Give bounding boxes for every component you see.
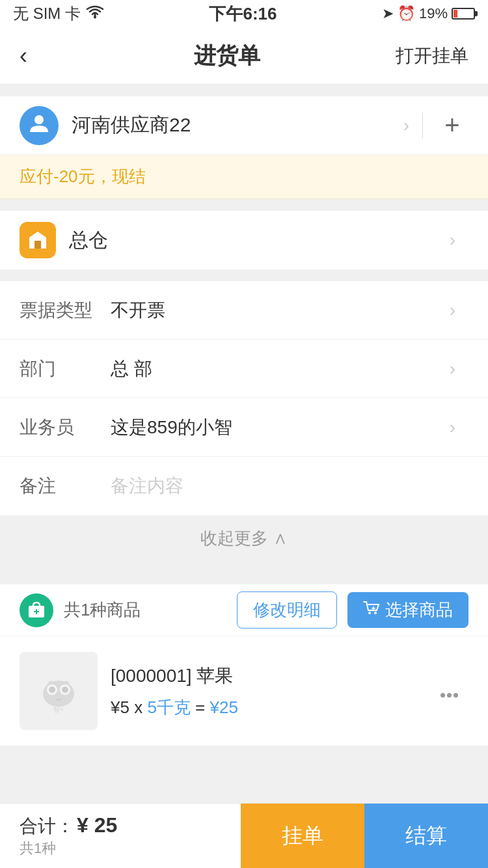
product-section: 共1种商品 修改明细 选择商品 [0, 584, 488, 746]
supplier-avatar [20, 106, 59, 145]
invoice-value: 不开票 [111, 298, 450, 323]
divider-1 [0, 85, 488, 96]
supplier-row[interactable]: 河南供应商22 › + [0, 96, 488, 155]
dept-label: 部门 [20, 357, 111, 381]
total-label: 合计： [20, 814, 74, 839]
product-header: 共1种商品 修改明细 选择商品 [0, 584, 488, 636]
salesman-row[interactable]: 业务员 这是859的小智 › [0, 398, 488, 457]
salesman-value: 这是859的小智 [111, 415, 450, 440]
form-section: 票据类型 不开票 › 部门 总 部 › 业务员 这是859的小智 › 备注 备注… [0, 281, 488, 515]
battery-icon [452, 8, 475, 20]
product-total: ¥25 [210, 698, 237, 717]
select-product-label: 选择商品 [385, 599, 453, 621]
total-amount: ¥ 25 [77, 813, 117, 837]
supplier-name: 河南供应商22 [72, 112, 403, 139]
product-more-button[interactable] [429, 680, 468, 702]
product-item: 智+ [0000001] 苹果 ¥5 x 5千克 = ¥25 [0, 636, 488, 746]
product-section-icon [20, 593, 53, 627]
modify-detail-button[interactable]: 修改明细 [237, 591, 337, 629]
location-icon: ➤ [382, 5, 394, 22]
svg-point-15 [62, 686, 68, 693]
total-section: 合计： ¥ 25 共1种 [0, 804, 241, 868]
pending-button[interactable]: 挂单 [241, 804, 364, 868]
salesman-chevron-icon: › [450, 417, 455, 438]
product-name: [0000001] 苹果 [111, 664, 429, 688]
back-button[interactable]: ‹ [20, 42, 59, 70]
bottom-bar: 合计： ¥ 25 共1种 挂单 结算 [0, 803, 488, 868]
carrier-text: 无 SIM 卡 [13, 3, 81, 24]
svg-text:智+: 智+ [53, 706, 64, 713]
cart-icon [363, 600, 380, 620]
avatar-icon [27, 111, 51, 139]
remark-row[interactable]: 备注 备注内容 [0, 457, 488, 515]
salesman-label: 业务员 [20, 415, 111, 440]
checkout-button[interactable]: 结算 [364, 804, 488, 868]
status-bar: 无 SIM 卡 下午6:16 ➤ ⏰ 19% [0, 0, 488, 27]
page-title: 进货单 [194, 41, 260, 71]
select-product-button[interactable]: 选择商品 [347, 592, 468, 628]
open-pending-button[interactable]: 打开挂单 [396, 44, 468, 68]
nav-bar: ‹ 进货单 打开挂单 [0, 27, 488, 85]
product-thumbnail: 智+ [20, 652, 98, 730]
warehouse-row[interactable]: 总仓 › [0, 211, 488, 269]
dept-chevron-icon: › [450, 359, 455, 379]
notice-bar: 应付-20元，现结 [0, 155, 488, 199]
supplier-section: 河南供应商22 › + 应付-20元，现结 [0, 96, 488, 199]
collapse-label: 收起更多 ∧ [200, 527, 287, 550]
wifi-icon [86, 5, 104, 23]
svg-point-1 [34, 115, 44, 124]
dept-row[interactable]: 部门 总 部 › [0, 340, 488, 398]
product-count-label: 共1种商品 [64, 599, 237, 621]
product-price: ¥5 x 5千克 = ¥25 [111, 696, 429, 719]
svg-point-11 [43, 681, 74, 707]
status-right: ➤ ⏰ 19% [382, 5, 475, 22]
supplier-chevron-icon: › [403, 115, 409, 136]
product-quantity: 5千克 [147, 698, 190, 717]
warehouse-name: 总仓 [69, 227, 450, 254]
notice-text: 应付-20元，现结 [20, 167, 146, 186]
svg-point-0 [94, 16, 96, 19]
warehouse-icon [20, 222, 56, 258]
alarm-icon: ⏰ [398, 5, 415, 22]
warehouse-section: 总仓 › [0, 211, 488, 269]
remark-input[interactable]: 备注内容 [111, 474, 468, 498]
invoice-row[interactable]: 票据类型 不开票 › [0, 281, 488, 340]
total-sub-label: 共1种 [20, 839, 221, 858]
product-info: [0000001] 苹果 ¥5 x 5千克 = ¥25 [111, 664, 429, 719]
invoice-label: 票据类型 [20, 298, 111, 323]
warehouse-chevron-icon: › [450, 230, 455, 251]
collapse-button[interactable]: 收起更多 ∧ [0, 515, 488, 561]
status-left: 无 SIM 卡 [13, 3, 104, 24]
vertical-divider [422, 113, 423, 139]
dept-value: 总 部 [111, 357, 450, 381]
svg-rect-3 [34, 241, 41, 249]
invoice-chevron-icon: › [450, 300, 455, 321]
divider-3 [0, 561, 488, 573]
divider-2 [0, 199, 488, 211]
add-supplier-button[interactable]: + [436, 111, 468, 140]
svg-point-14 [49, 686, 55, 693]
svg-point-8 [374, 612, 377, 614]
status-time: 下午6:16 [209, 3, 277, 25]
svg-point-7 [368, 612, 371, 614]
battery-percent: 19% [419, 5, 448, 22]
remark-label: 备注 [20, 474, 111, 498]
